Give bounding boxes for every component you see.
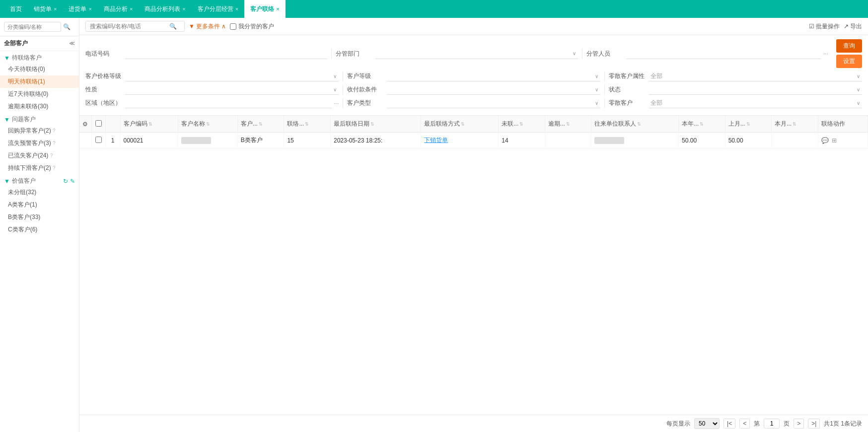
filter-bar: 🔍 ▼ 更多条件 ∧ 我分管的客户 ☑ 批量操作 ↗ 导出 bbox=[79, 18, 868, 35]
nav-purchase-order[interactable]: 进货单 × bbox=[63, 0, 97, 18]
nav-close-customer-contact[interactable]: × bbox=[276, 6, 279, 12]
row-code: 000021 bbox=[120, 133, 178, 148]
sidebar-item-repurchase-anomaly[interactable]: 回购异常客户(2) ? bbox=[0, 125, 79, 137]
nav-close-purchase-order[interactable]: × bbox=[88, 6, 91, 12]
manager-input[interactable] bbox=[626, 49, 821, 59]
nav-close-sales-order[interactable]: × bbox=[54, 6, 57, 12]
divider-1 bbox=[331, 49, 332, 59]
nature-select[interactable] bbox=[125, 84, 339, 94]
retail-attr-wrapper: 全部 ∨ bbox=[649, 71, 862, 81]
manager-dots-icon[interactable]: ··· bbox=[823, 50, 828, 57]
sidebar-search-input[interactable] bbox=[4, 22, 61, 32]
table-wrapper: ⚙ 客户编码 ⇅ bbox=[79, 116, 868, 415]
dept-select[interactable] bbox=[375, 49, 578, 59]
filter-nature: 性质 ∨ bbox=[85, 84, 339, 95]
my-customers-label: 我分管的客户 bbox=[238, 22, 274, 31]
per-page-select[interactable]: 50 100 200 bbox=[694, 418, 720, 429]
nav-home[interactable]: 首页 bbox=[4, 0, 28, 18]
refresh-icon[interactable]: ↻ bbox=[63, 178, 68, 185]
filter-row-1: 电话号码 分管部门 ∨ 分管人员 ··· bbox=[85, 39, 862, 68]
filter-phone: 电话号码 bbox=[85, 49, 327, 59]
row-contact-count: 15 bbox=[284, 133, 331, 148]
nav-product-analysis[interactable]: 商品分析 × bbox=[98, 0, 139, 18]
filter-search-icon[interactable]: 🔍 bbox=[169, 23, 177, 30]
settings-icon[interactable]: ⚙ bbox=[82, 121, 88, 128]
sidebar-item-churned[interactable]: 已流失客户(24) ? bbox=[0, 149, 79, 162]
sidebar: 🔍 全部客户 ≪ ▼ 待联络客户 今天待联络(0) 明天待联络(1) 近7天待联… bbox=[0, 18, 79, 432]
sidebar-item-class-a[interactable]: A类客户(1) bbox=[0, 199, 79, 211]
triangle-icon-3: ▼ bbox=[4, 178, 10, 185]
sidebar-all-customers[interactable]: 全部客户 ≪ bbox=[0, 36, 79, 51]
sidebar-item-ungrouped[interactable]: 未分组(32) bbox=[0, 186, 79, 199]
sidebar-item-overdue-contact[interactable]: 逾期未联络(30) bbox=[0, 100, 79, 113]
triangle-icon: ▼ bbox=[4, 55, 10, 62]
sidebar-item-today-contact[interactable]: 今天待联络(0) bbox=[0, 63, 79, 75]
row-checkbox[interactable] bbox=[95, 137, 102, 143]
next-page-btn[interactable]: > bbox=[794, 419, 804, 429]
page-input[interactable] bbox=[764, 419, 780, 429]
th-num bbox=[105, 116, 120, 133]
set-button[interactable]: 设置 bbox=[836, 55, 862, 68]
filter-customer-type: 客户类型 ∨ bbox=[347, 98, 600, 108]
phone-input[interactable] bbox=[125, 49, 327, 59]
nav-product-analysis-list[interactable]: 商品分析列表 × bbox=[139, 0, 191, 18]
nav-close-product-analysis[interactable]: × bbox=[130, 6, 133, 12]
checkbox-icon: ☑ bbox=[809, 23, 814, 30]
sidebar-item-class-b[interactable]: B类客户(33) bbox=[0, 211, 79, 223]
filter-retail-customer: 零散客户 全部 ∨ bbox=[609, 98, 862, 108]
divider-4 bbox=[604, 72, 605, 81]
content-area: 🔍 ▼ 更多条件 ∧ 我分管的客户 ☑ 批量操作 ↗ 导出 bbox=[79, 18, 868, 432]
sidebar-item-declining[interactable]: 持续下滑客户(2) ? bbox=[0, 162, 79, 174]
payment-select[interactable] bbox=[387, 84, 600, 94]
export-btn[interactable]: ↗ 导出 bbox=[844, 22, 862, 31]
advanced-filter-panel: 电话号码 分管部门 ∨ 分管人员 ··· bbox=[79, 35, 868, 116]
row-overdue bbox=[545, 133, 591, 148]
th-last-date: 最后联络日期 ⇅ bbox=[331, 116, 421, 133]
table-row: 1 000021 B类客户 15 2023-05-23 18:25: 下销货单 … bbox=[79, 133, 868, 148]
price-level-select[interactable] bbox=[125, 71, 339, 81]
retail-customer-select[interactable]: 全部 bbox=[649, 98, 862, 108]
nav-customer-contact[interactable]: 客户联络 × bbox=[244, 0, 285, 18]
sidebar-item-tomorrow-contact[interactable]: 明天待联络(1) bbox=[0, 75, 79, 88]
chat-action-icon[interactable]: 💬 bbox=[821, 137, 829, 144]
sidebar-item-churn-warning[interactable]: 流失预警客户(3) ? bbox=[0, 137, 79, 149]
select-all-checkbox[interactable] bbox=[95, 120, 102, 127]
customer-type-wrapper: ∨ bbox=[387, 98, 600, 108]
filter-status: 状态 ∨ bbox=[609, 84, 862, 95]
region-input[interactable] bbox=[125, 98, 332, 108]
grid-action-icon[interactable]: ⊞ bbox=[832, 137, 837, 144]
region-dots-icon[interactable]: ··· bbox=[334, 100, 339, 107]
filter-dept: 分管部门 ∨ bbox=[336, 49, 578, 59]
batch-ops-btn[interactable]: ☑ 批量操作 bbox=[809, 22, 840, 31]
my-customers-check: 我分管的客户 bbox=[230, 22, 274, 31]
nav-sales-order[interactable]: 销货单 × bbox=[28, 0, 63, 18]
sort-icon-overdue: ⇅ bbox=[566, 122, 570, 127]
first-page-btn[interactable]: |< bbox=[723, 419, 735, 429]
th-last-method: 最后联络方式 ⇅ bbox=[421, 116, 499, 133]
dept-select-wrapper: ∨ bbox=[375, 49, 578, 59]
my-customers-checkbox[interactable] bbox=[230, 23, 236, 30]
prev-page-btn[interactable]: < bbox=[739, 419, 750, 429]
row-partner-contact bbox=[591, 133, 679, 148]
retail-attr-select[interactable]: 全部 bbox=[649, 71, 862, 81]
nav-close-customer-tier[interactable]: × bbox=[235, 6, 238, 12]
more-filter-btn[interactable]: ▼ 更多条件 ∧ bbox=[189, 22, 226, 31]
status-select[interactable] bbox=[649, 84, 862, 94]
sidebar-search-icon[interactable]: 🔍 bbox=[63, 23, 71, 30]
edit-icon[interactable]: ✎ bbox=[70, 178, 75, 185]
nav-customer-tier[interactable]: 客户分层经营 × bbox=[192, 0, 244, 18]
nav-close-product-analysis-list[interactable]: × bbox=[182, 6, 185, 12]
status-wrapper: ∨ bbox=[649, 84, 862, 95]
last-method-link[interactable]: 下销货单 bbox=[424, 137, 448, 144]
filter-manager: 分管人员 ··· bbox=[586, 49, 828, 59]
sidebar-item-class-c[interactable]: C类客户(6) bbox=[0, 223, 79, 236]
per-page-label: 每页显示 bbox=[666, 420, 690, 428]
sidebar-search-area: 🔍 bbox=[0, 18, 79, 36]
search-input[interactable] bbox=[90, 23, 169, 30]
last-page-btn[interactable]: >| bbox=[808, 419, 820, 429]
group-problem-customers: ▼ 问题客户 bbox=[0, 113, 79, 125]
sidebar-item-7days-contact[interactable]: 近7天待联络(0) bbox=[0, 88, 79, 100]
customer-type-select[interactable] bbox=[387, 98, 600, 108]
customer-level-select[interactable] bbox=[387, 71, 600, 81]
query-button[interactable]: 查询 bbox=[836, 39, 862, 53]
